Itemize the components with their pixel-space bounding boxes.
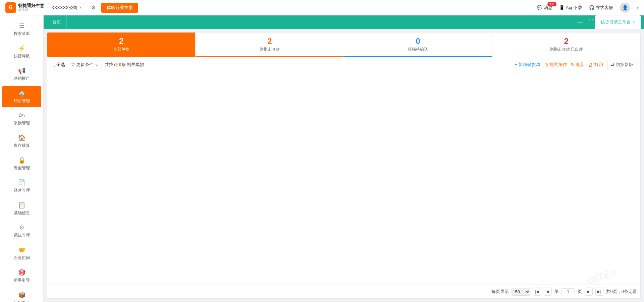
online-service-item[interactable]: 🎧 在线客服 xyxy=(589,5,613,11)
tab-label-1: 钱货日清工作台 xyxy=(600,19,631,25)
summary-card-2[interactable]: 0旺铺待确认 xyxy=(344,33,492,57)
refresh-button[interactable]: ↻ 刷新 xyxy=(571,62,585,68)
app-download-label: App下载 xyxy=(566,5,582,11)
tab-item-0[interactable]: 首页 xyxy=(47,15,67,29)
switch-version-button[interactable]: ⇄ 切换新版 xyxy=(607,60,637,69)
experience-button[interactable]: 体验行业方案 xyxy=(101,3,138,13)
sidebar-label-enterprise-coop: 企业协同 xyxy=(14,255,30,261)
sidebar-icon-system: ⚙ xyxy=(19,224,24,231)
online-service-icon: 🎧 xyxy=(589,5,594,10)
top-bar: 6 畅捷通好生意 标准版 XXXXXX公司 ▾ ⚙ 体验行业方案 💬 消息 99… xyxy=(0,0,644,15)
sidebar-label-finance: 资金管理 xyxy=(14,165,30,171)
prev-page-button[interactable]: ◀ xyxy=(544,288,552,296)
sidebar-icon-basic-info: 📋 xyxy=(18,201,25,209)
tab-close-1[interactable]: × xyxy=(633,20,635,24)
print-icon: 🖨 xyxy=(589,62,593,67)
toolbar-right: + 新增销货单 ⊞ 批量操作 ↻ 刷新 🖨 打印 ⇄ xyxy=(515,60,637,69)
sidebar-item-purchase[interactable]: 🛍采购管理 xyxy=(2,109,41,129)
filter-button[interactable]: ▽ 更多条件 ∨ xyxy=(68,60,102,69)
sidebar-item-basic-info[interactable]: 📋基础信息 xyxy=(2,198,41,219)
sidebar-item-enterprise-coop[interactable]: 🤝企业协同 xyxy=(2,243,41,264)
sidebar-label-marketing: 营销推广 xyxy=(14,76,30,81)
company-name: XXXXXX公司 xyxy=(51,5,77,11)
sidebar-item-guide[interactable]: 🎯新手引导 xyxy=(2,265,41,287)
toolbar: 全选 ▽ 更多条件 ∨ 共找到 0条 条相关单据相关单据 + 新增销货单 ⊞ 批… xyxy=(47,57,641,72)
refresh-icon: ↻ xyxy=(571,62,575,67)
sidebar-label-inventory: 库存核算 xyxy=(14,143,30,148)
message-icon: 💬 xyxy=(537,5,542,10)
app-download-icon: 📱 xyxy=(559,5,565,10)
summary-card-3[interactable]: 2到期未收款 已出库 xyxy=(492,33,640,57)
first-page-button[interactable]: |◀ xyxy=(533,288,541,296)
card-underline-2 xyxy=(344,56,492,57)
select-all-checkbox[interactable]: 全选 xyxy=(51,62,65,68)
user-name-item[interactable]: ▾ xyxy=(637,5,639,10)
pagination-bar: 每页显示 102050100 |◀ ◀ 第 页 ▶ ▶| 共0页，0条记录 xyxy=(47,285,641,299)
last-page-button[interactable]: ▶| xyxy=(595,288,603,296)
content-area: 2全部单据2到期未收款0旺铺待确认2到期未收款 已出库 全选 ▽ 更多条件 ∨ … xyxy=(44,29,644,302)
sidebar-label-basic-info: 基础信息 xyxy=(14,210,30,216)
online-service-label: 在线客服 xyxy=(596,5,613,11)
logo-title: 畅捷通好生意 xyxy=(18,3,44,8)
card-underline-1 xyxy=(196,56,343,57)
card-count-1: 2 xyxy=(267,37,272,45)
logo-icon: 6 xyxy=(5,2,16,13)
sidebar-label-quick-nav: 快捷导航 xyxy=(14,53,30,59)
app-download-item[interactable]: 📱 App下载 xyxy=(559,5,582,11)
sidebar-item-operations[interactable]: 📄经营管理 xyxy=(2,176,41,197)
per-page-select[interactable]: 102050100 xyxy=(512,288,530,296)
card-underline-3 xyxy=(492,56,640,57)
sidebar-icon-guide: 🎯 xyxy=(18,269,25,276)
page-number-input[interactable] xyxy=(561,288,575,295)
card-label-2: 旺铺待确认 xyxy=(408,47,428,52)
sidebar-item-sales[interactable]: 🏠销售管理 xyxy=(2,86,41,107)
summary-card-1[interactable]: 2到期未收款 xyxy=(196,33,344,57)
sidebar-item-finance[interactable]: 🔒资金管理 xyxy=(2,153,41,174)
select-all-input[interactable] xyxy=(51,63,55,67)
top-bar-left: 6 畅捷通好生意 标准版 XXXXXX公司 ▾ ⚙ 体验行业方案 xyxy=(5,2,138,13)
found-text: 共找到 0条 条相关单据相关单据 xyxy=(105,62,144,68)
print-label: 打印 xyxy=(594,62,603,68)
select-all-label: 全选 xyxy=(56,62,65,68)
sidebar-item-search-menu[interactable]: ☰搜索菜单 xyxy=(2,19,41,40)
minimize-icon[interactable]: — xyxy=(576,18,584,26)
next-page-button[interactable]: ▶ xyxy=(585,288,593,296)
maximize-icon[interactable]: ⛶ xyxy=(587,18,595,26)
sidebar-item-app-center[interactable]: 📦应用中心 xyxy=(2,288,41,302)
batch-operation-button[interactable]: ⊞ 批量操作 xyxy=(544,62,567,68)
card-label-1: 到期未收款 xyxy=(260,47,280,52)
avatar[interactable]: 👤 xyxy=(620,3,630,13)
sidebar-item-inventory[interactable]: 🏠库存核算 xyxy=(2,131,41,152)
add-sales-order-button[interactable]: + 新增销货单 xyxy=(515,62,540,68)
tab-bar: 首页钱货日清工作台× — ⛶ xyxy=(44,15,644,29)
found-unit: 条 xyxy=(121,62,126,67)
sidebar-item-marketing[interactable]: 📢营销推广 xyxy=(2,64,41,85)
sidebar-icon-operations: 📄 xyxy=(18,179,25,186)
sidebar-item-system[interactable]: ⚙系统管理 xyxy=(2,221,41,242)
card-count-3: 2 xyxy=(564,37,569,45)
sidebar-icon-quick-nav: ⚡ xyxy=(18,45,25,52)
sidebar-item-quick-nav[interactable]: ⚡快捷导航 xyxy=(2,41,41,62)
top-bar-right: 💬 消息 99+ 📱 App下载 🎧 在线客服 👤 ▾ xyxy=(537,3,639,13)
tab-bar-actions: — ⛶ xyxy=(576,18,595,26)
found-count: 0 xyxy=(119,62,121,67)
sidebar-label-purchase: 采购管理 xyxy=(14,120,30,126)
summary-card-0[interactable]: 2全部单据 xyxy=(47,33,196,57)
sidebar-icon-app-center: 📦 xyxy=(18,291,25,299)
summary-cards: 2全部单据2到期未收款0旺铺待确认2到期未收款 已出库 xyxy=(47,32,641,57)
print-button[interactable]: 🖨 打印 xyxy=(589,62,603,68)
settings-icon-btn[interactable]: ⚙ xyxy=(89,3,98,12)
batch-label: 批量操作 xyxy=(549,62,567,68)
page-label-2: 页 xyxy=(578,289,582,295)
company-selector[interactable]: XXXXXX公司 ▾ xyxy=(48,3,85,12)
card-count-0: 2 xyxy=(119,37,123,45)
sidebar-label-search-menu: 搜索菜单 xyxy=(14,31,30,37)
card-label-0: 全部单据 xyxy=(113,47,129,52)
batch-icon: ⊞ xyxy=(544,62,548,67)
main-layout: ☰搜索菜单⚡快捷导航📢营销推广🏠销售管理🛍采购管理🏠库存核算🔒资金管理📄经营管理… xyxy=(0,15,644,302)
sidebar-label-operations: 经营管理 xyxy=(14,188,30,193)
tab-item-1[interactable]: 钱货日清工作台× xyxy=(595,15,641,29)
sidebar-icon-sales: 🏠 xyxy=(18,89,25,97)
sidebar-icon-enterprise-coop: 🤝 xyxy=(18,246,25,254)
message-item[interactable]: 💬 消息 99+ xyxy=(537,5,552,11)
